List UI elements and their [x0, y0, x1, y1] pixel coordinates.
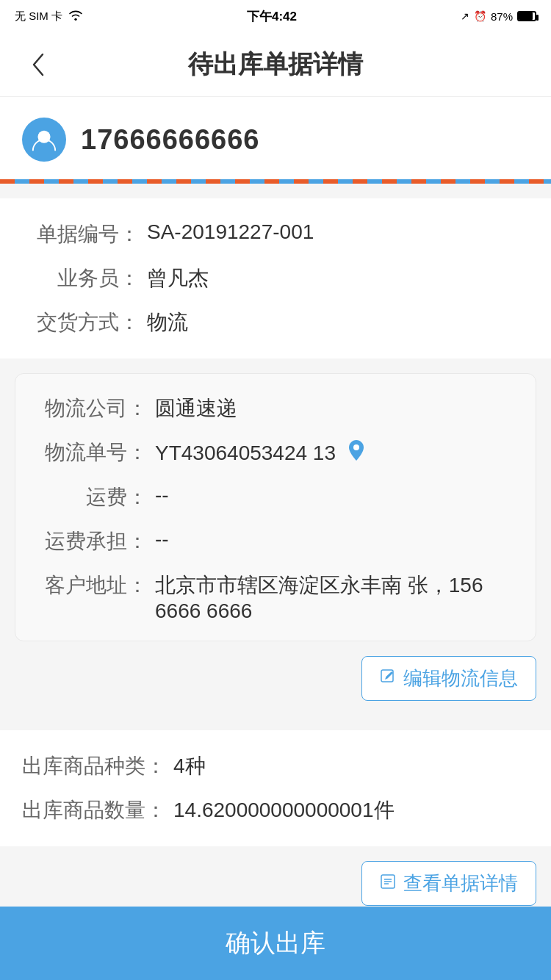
status-right: ↗ ⏰ 87% — [461, 10, 536, 23]
nav-bar: 待出库单据详情 — [0, 32, 551, 97]
status-left: 无 SIM 卡 — [15, 10, 83, 24]
delivery-method-value: 物流 — [147, 309, 529, 336]
list-icon — [380, 872, 396, 895]
location-pin-icon[interactable] — [346, 439, 367, 467]
product-qty-row: 出库商品数量： 14.620000000000001件 — [22, 796, 529, 824]
edit-logistics-label: 编辑物流信息 — [403, 666, 518, 691]
delivery-method-label: 交货方式： — [22, 309, 140, 336]
alarm-icon: ⏰ — [474, 10, 486, 22]
svg-point-1 — [353, 444, 359, 450]
customer-address-value: 北京市市辖区海淀区永丰南 张，156 6666 6666 — [155, 572, 521, 623]
logistics-number-value: YT43064053424 13 — [155, 439, 521, 467]
doc-number-value: SA-20191227-001 — [147, 220, 529, 244]
edit-logistics-button[interactable]: 编辑物流信息 — [361, 656, 536, 701]
logistics-number-row: 物流单号： YT43064053424 13 — [30, 439, 521, 467]
freight-value: -- — [155, 483, 521, 507]
logistics-number-label: 物流单号： — [30, 439, 148, 466]
avatar — [22, 118, 66, 162]
carrier-label: 无 SIM 卡 — [15, 10, 62, 24]
back-button[interactable] — [22, 48, 54, 81]
freight-bearer-label: 运费承担： — [30, 527, 148, 555]
product-types-row: 出库商品种类： 4种 — [22, 752, 529, 780]
freight-label: 运费： — [30, 483, 148, 511]
doc-number-label: 单据编号： — [22, 220, 140, 248]
wifi-icon — [68, 10, 83, 23]
page-title: 待出库单据详情 — [188, 48, 363, 82]
freight-row: 运费： -- — [30, 483, 521, 511]
product-types-label: 出库商品种类： — [22, 752, 166, 780]
freight-bearer-value: -- — [155, 527, 521, 551]
customer-phone: 17666666666 — [81, 124, 259, 156]
logistics-company-row: 物流公司： 圆通速递 — [30, 394, 521, 422]
product-qty-label: 出库商品数量： — [22, 796, 166, 824]
logistics-company-value: 圆通速递 — [155, 394, 521, 422]
tracking-number-text: YT43064053424 13 — [155, 442, 336, 465]
product-qty-value: 14.620000000000001件 — [173, 796, 529, 824]
document-info-section: 单据编号： SA-20191227-001 业务员： 曾凡杰 交货方式： 物流 — [0, 198, 551, 359]
location-icon: ↗ — [461, 10, 469, 22]
view-detail-btn-wrap: 查看单据详情 — [0, 846, 551, 906]
view-detail-button[interactable]: 查看单据详情 — [361, 861, 536, 906]
product-types-value: 4种 — [173, 752, 529, 780]
salesperson-row: 业务员： 曾凡杰 — [22, 264, 529, 292]
status-bar: 无 SIM 卡 下午4:42 ↗ ⏰ 87% — [0, 0, 551, 32]
confirm-outbound-label: 确认出库 — [226, 926, 325, 960]
confirm-outbound-button[interactable]: 确认出库 — [0, 907, 551, 980]
edit-icon — [380, 667, 396, 690]
salesperson-label: 业务员： — [22, 264, 140, 292]
content: 17666666666 单据编号： SA-20191227-001 业务员： 曾… — [0, 97, 551, 980]
delivery-method-row: 交货方式： 物流 — [22, 309, 529, 336]
battery-label: 87% — [491, 10, 513, 23]
dashed-separator — [0, 179, 551, 184]
logistics-company-label: 物流公司： — [30, 394, 148, 422]
edit-logistics-btn-wrap: 编辑物流信息 — [0, 641, 551, 701]
customer-section: 17666666666 — [0, 97, 551, 179]
customer-address-label: 客户地址： — [30, 572, 148, 599]
view-detail-label: 查看单据详情 — [403, 871, 518, 896]
doc-number-row: 单据编号： SA-20191227-001 — [22, 220, 529, 248]
section-gap-1 — [0, 701, 551, 716]
salesperson-value: 曾凡杰 — [147, 264, 529, 292]
logistics-section: 物流公司： 圆通速递 物流单号： YT43064053424 13 运费： --… — [15, 373, 536, 641]
freight-bearer-row: 运费承担： -- — [30, 527, 521, 555]
status-time: 下午4:42 — [247, 8, 297, 25]
outbound-section: 出库商品种类： 4种 出库商品数量： 14.620000000000001件 — [0, 730, 551, 846]
battery-icon — [517, 11, 536, 21]
customer-address-row: 客户地址： 北京市市辖区海淀区永丰南 张，156 6666 6666 — [30, 572, 521, 623]
